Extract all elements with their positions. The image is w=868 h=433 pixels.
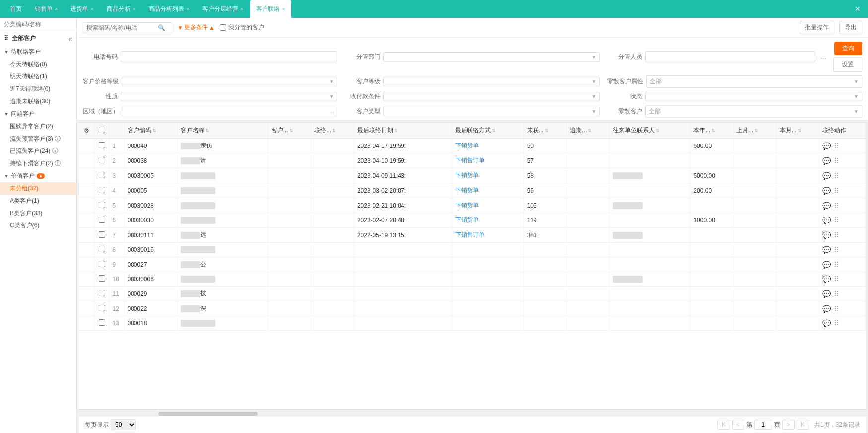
col-last-date[interactable]: 最后联络日期 ⇅ xyxy=(354,123,452,139)
col-type[interactable]: 客户... ⇅ xyxy=(268,123,311,139)
col-last-date-sort-icon[interactable]: ⇅ xyxy=(394,128,398,133)
row-checkbox[interactable] xyxy=(99,157,105,163)
action-message-icon[interactable]: 💬 xyxy=(822,187,831,195)
sidebar-item-a-class[interactable]: A类客户(1) xyxy=(0,195,76,207)
col-last-month[interactable]: 上月... ⇅ xyxy=(734,123,777,139)
cell-checkbox[interactable] xyxy=(94,168,109,183)
cell-checkbox[interactable] xyxy=(94,213,109,228)
nav-purchase[interactable]: 进货单 × xyxy=(65,0,99,18)
action-menu-icon[interactable]: ⠿ xyxy=(834,275,839,283)
col-this-month-sort-icon[interactable]: ⇅ xyxy=(798,128,801,133)
scrollbar-thumb[interactable] xyxy=(158,412,258,416)
nav-customer-tier[interactable]: 客户分层经营 × xyxy=(197,0,249,18)
col-name-sort-icon[interactable]: ⇅ xyxy=(205,128,209,133)
last-method-link[interactable]: 下销货单 xyxy=(455,216,479,223)
search-button[interactable]: 查询 xyxy=(834,42,862,55)
more-conditions-button[interactable]: ▼ 更多条件 ▲ xyxy=(177,23,215,32)
last-method-link[interactable]: 下销售订单 xyxy=(455,231,485,238)
filter-region-select[interactable]: … xyxy=(122,107,337,116)
col-this-month[interactable]: 本月... ⇅ xyxy=(776,123,819,139)
nav-sales-close[interactable]: × xyxy=(55,0,58,18)
last-method-link[interactable]: 下销货单 xyxy=(455,172,479,179)
col-type-sort-icon[interactable]: ⇅ xyxy=(289,128,293,133)
last-method-link[interactable]: 下销货单 xyxy=(455,142,479,149)
action-message-icon[interactable]: 💬 xyxy=(822,142,831,150)
filter-phone-input[interactable] xyxy=(121,51,337,62)
nav-customer-contact-close[interactable]: × xyxy=(282,0,285,18)
cell-checkbox[interactable] xyxy=(94,257,109,272)
col-code-sort-icon[interactable]: ⇅ xyxy=(152,128,156,133)
filter-status-select[interactable]: ▼ xyxy=(645,92,862,101)
sidebar-item-ungroup[interactable]: 未分组(32) xyxy=(0,182,76,195)
sidebar-item-week[interactable]: 近7天待联络(0) xyxy=(0,83,76,95)
row-checkbox[interactable] xyxy=(99,142,105,148)
filter-nature-select[interactable]: ▼ xyxy=(121,92,337,101)
next-page-button[interactable]: > xyxy=(782,420,795,430)
row-checkbox[interactable] xyxy=(99,290,105,296)
col-not-contact-sort-icon[interactable]: ⇅ xyxy=(545,128,549,133)
sidebar-item-declining[interactable]: 持续下滑客户(2) ⓘ xyxy=(0,157,76,170)
action-message-icon[interactable]: 💬 xyxy=(822,275,831,283)
filter-sparse-attr-select[interactable]: 全部 ▼ xyxy=(646,75,862,88)
row-checkbox[interactable] xyxy=(99,319,105,326)
filter-manager-input[interactable] xyxy=(645,51,815,62)
action-menu-icon[interactable]: ⠿ xyxy=(834,142,839,150)
nav-product-list-close[interactable]: × xyxy=(186,0,189,18)
col-last-method-sort-icon[interactable]: ⇅ xyxy=(492,128,496,133)
sidebar-all-customers[interactable]: ⠿ 全部客户 « xyxy=(0,31,76,46)
action-menu-icon[interactable]: ⠿ xyxy=(834,187,839,195)
action-menu-icon[interactable]: ⠿ xyxy=(834,216,839,224)
reset-button[interactable]: 设置 xyxy=(833,57,862,72)
row-checkbox[interactable] xyxy=(99,305,105,311)
col-this-year[interactable]: 本年... ⇅ xyxy=(690,123,734,139)
action-menu-icon[interactable]: ⠿ xyxy=(834,305,839,313)
last-method-link[interactable]: 下销售订单 xyxy=(455,157,485,164)
page-number-input[interactable] xyxy=(754,420,772,430)
row-checkbox[interactable] xyxy=(99,202,105,208)
action-menu-icon[interactable]: ⠿ xyxy=(834,157,839,165)
action-menu-icon[interactable]: ⠿ xyxy=(834,290,839,298)
action-menu-icon[interactable]: ⠿ xyxy=(834,202,839,210)
action-menu-icon[interactable]: ⠿ xyxy=(834,246,839,254)
last-page-button[interactable]: K xyxy=(797,420,809,430)
export-button[interactable]: 导出 xyxy=(839,21,862,34)
action-message-icon[interactable]: 💬 xyxy=(822,290,831,298)
sidebar-item-abnormal[interactable]: 囤购异常客户(2) xyxy=(0,120,76,133)
row-checkbox[interactable] xyxy=(99,187,105,193)
sidebar-collapse-icon[interactable]: « xyxy=(68,35,72,43)
col-not-contact[interactable]: 未联... ⇅ xyxy=(524,123,567,139)
col-name[interactable]: 客户名称 ⇅ xyxy=(178,123,268,139)
sidebar-group-value[interactable]: ▼ 价值客户 ● xyxy=(0,170,76,182)
action-message-icon[interactable]: 💬 xyxy=(822,305,831,313)
action-menu-icon[interactable]: ⠿ xyxy=(834,231,839,239)
action-menu-icon[interactable]: ⠿ xyxy=(834,172,839,180)
sidebar-group-waiting[interactable]: ▼ 待联络客户 xyxy=(0,46,76,58)
action-menu-icon[interactable]: ⠿ xyxy=(834,319,839,327)
cell-checkbox[interactable] xyxy=(94,228,109,243)
action-message-icon[interactable]: 💬 xyxy=(822,246,831,254)
col-unit-contact-sort-icon[interactable]: ⇅ xyxy=(656,128,660,133)
filter-payment-select[interactable]: ▼ xyxy=(383,92,600,101)
row-checkbox[interactable] xyxy=(99,172,105,178)
search-input[interactable] xyxy=(86,24,156,31)
row-checkbox[interactable] xyxy=(99,231,105,238)
col-contact[interactable]: 联络... ⇅ xyxy=(311,123,354,139)
sidebar-item-today[interactable]: 今天待联络(0) xyxy=(0,58,76,71)
col-unit-contact[interactable]: 往来单位联系人 ⇅ xyxy=(609,123,690,139)
filter-sparse-customer-select[interactable]: 全部 ▼ xyxy=(645,105,862,118)
nav-product-analysis-close[interactable]: × xyxy=(133,0,135,18)
cell-checkbox[interactable] xyxy=(94,301,109,316)
col-last-month-sort-icon[interactable]: ⇅ xyxy=(754,128,758,133)
col-overdue[interactable]: 逾期... ⇅ xyxy=(567,123,610,139)
sidebar-group-problem[interactable]: ▼ 问题客户 xyxy=(0,108,76,120)
row-checkbox[interactable] xyxy=(99,275,105,282)
last-method-link[interactable]: 下销货单 xyxy=(455,187,479,194)
nav-product-analysis[interactable]: 商品分析 × xyxy=(101,0,141,18)
row-checkbox[interactable] xyxy=(99,261,105,267)
col-settings[interactable]: ⚙ xyxy=(79,123,94,139)
cell-checkbox[interactable] xyxy=(94,272,109,287)
sidebar-item-warning[interactable]: 流失预警客户(3) ⓘ xyxy=(0,133,76,145)
col-this-year-sort-icon[interactable]: ⇅ xyxy=(711,128,715,133)
filter-customer-type-select[interactable]: ▼ xyxy=(383,107,600,116)
horizontal-scrollbar[interactable] xyxy=(79,412,866,416)
